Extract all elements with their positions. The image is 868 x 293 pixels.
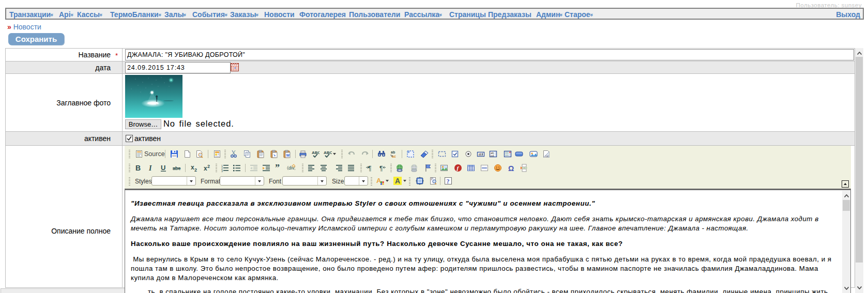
- svg-text:cal: cal: [545, 155, 549, 158]
- svg-text:x: x: [204, 165, 207, 172]
- svg-text:A: A: [395, 177, 400, 185]
- svg-text:ac: ac: [392, 155, 396, 158]
- svg-text:ABC: ABC: [312, 150, 319, 155]
- svg-text:”: ”: [275, 164, 280, 172]
- svg-text:ab: ab: [479, 152, 483, 156]
- svg-text:Ω: Ω: [508, 164, 514, 173]
- svg-text:¶: ¶: [368, 165, 371, 172]
- svg-text:ab: ab: [391, 150, 395, 154]
- svg-text:3: 3: [221, 169, 223, 173]
- svg-text:¶: ¶: [379, 165, 383, 172]
- svg-text:2: 2: [194, 167, 197, 172]
- svg-text:?: ?: [447, 178, 450, 185]
- svg-text:U: U: [161, 164, 165, 172]
- svg-text:x: x: [191, 164, 194, 171]
- svg-text:B: B: [135, 164, 141, 172]
- svg-text:ABC: ABC: [324, 150, 332, 155]
- svg-text:cd: cd: [491, 154, 494, 157]
- svg-text:I: I: [148, 164, 152, 172]
- svg-text:〈div〉: 〈div〉: [287, 165, 295, 171]
- svg-text:W: W: [286, 153, 290, 157]
- svg-text:abe: abe: [173, 166, 181, 171]
- svg-text:2: 2: [207, 164, 210, 169]
